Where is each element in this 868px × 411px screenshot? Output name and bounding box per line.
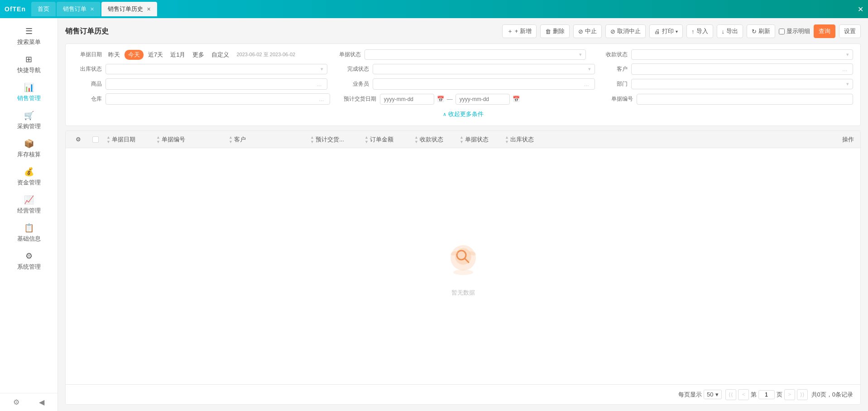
finance-icon: 💰 xyxy=(24,167,34,177)
current-page-input[interactable] xyxy=(758,390,775,399)
settings-button[interactable]: 设置 xyxy=(839,24,861,38)
last-page-btn[interactable]: ⟩⟩ xyxy=(797,389,808,400)
cancel-stop-button[interactable]: ⊘ 取消中止 xyxy=(605,24,646,38)
sidebar-item-search[interactable]: ☰ 搜索菜单 xyxy=(0,22,58,50)
warehouse-dots-btn[interactable]: ... xyxy=(317,96,326,102)
department-select[interactable]: ▾ xyxy=(631,79,853,89)
tab-sales-order-close[interactable]: ✕ xyxy=(90,6,94,12)
bill-status-select[interactable]: ▾ xyxy=(364,49,586,60)
new-button[interactable]: ＋ + 新增 xyxy=(502,24,537,38)
sidebar-item-sales-label: 销售管理 xyxy=(17,94,41,102)
shortcuts-icon: ⊞ xyxy=(24,54,34,64)
sidebar-item-sales[interactable]: 📊 销售管理 xyxy=(0,78,58,106)
sort-bill-status-icon: ▲▼ xyxy=(460,135,464,144)
date-7days-btn[interactable]: 近7天 xyxy=(145,50,166,60)
delivery-date-to-calendar-icon[interactable]: 📅 xyxy=(513,96,520,102)
print-button[interactable]: 🖨 打印 ▾ xyxy=(649,24,683,38)
sidebar-item-inventory-label: 库存核算 xyxy=(17,150,41,159)
filter-row-1: 单据日期 昨天 今天 近7天 近1月 更多 自定义 2023-06-02 至 2… xyxy=(73,49,853,60)
sidebar-item-operations[interactable]: 📈 经营管理 xyxy=(0,190,58,218)
sort-delivery-icon: ▲▼ xyxy=(310,135,314,144)
tab-sales-history[interactable]: 销售订单历史 ✕ xyxy=(101,2,157,16)
th-bill-no[interactable]: ▲▼ 单据编号 xyxy=(153,135,226,144)
page-title: 销售订单历史 xyxy=(65,27,109,36)
warehouse-label: 仓库 xyxy=(73,95,106,103)
sort-up-icon: ▲▼ xyxy=(106,135,110,144)
sidebar-item-shortcuts-label: 快捷导航 xyxy=(17,66,41,74)
collapse-label: 收起更多条件 xyxy=(448,110,484,118)
th-stock-status-label: 出库状态 xyxy=(510,135,534,144)
print-icon: 🖨 xyxy=(654,28,660,35)
th-delivery[interactable]: ▲▼ 预计交货... xyxy=(307,135,362,144)
sidebar-item-finance[interactable]: 💰 资金管理 xyxy=(0,162,58,190)
th-stock-status[interactable]: ▲▼ 出库状态 xyxy=(502,135,556,144)
delivery-date-label: 预计交货日期 xyxy=(339,95,380,103)
th-bill-status[interactable]: ▲▼ 单据状态 xyxy=(457,135,502,144)
tab-sales-order[interactable]: 销售订单 ✕ xyxy=(57,2,101,16)
sidebar-settings-icon[interactable]: ⚙ xyxy=(13,398,19,406)
import-label: 导入 xyxy=(696,27,708,35)
delivery-date-from-calendar-icon[interactable]: 📅 xyxy=(437,96,444,102)
th-checkbox[interactable] xyxy=(87,136,104,143)
goods-dots-btn[interactable]: ... xyxy=(315,81,323,87)
sidebar-item-purchase-label: 采购管理 xyxy=(17,122,41,131)
salesperson-dots-btn[interactable]: ... xyxy=(582,81,591,87)
settings-label: 设置 xyxy=(844,27,856,35)
new-label: + 新增 xyxy=(515,27,532,35)
operations-icon: 📈 xyxy=(24,195,34,205)
customer-dots-btn[interactable]: ... xyxy=(840,66,849,73)
date-yesterday-btn[interactable]: 昨天 xyxy=(106,50,123,60)
sidebar-item-system-label: 系统管理 xyxy=(17,263,41,271)
collapse-btn[interactable]: ∧ 收起更多条件 xyxy=(73,108,853,120)
date-1month-btn[interactable]: 近1月 xyxy=(168,50,188,60)
th-amount[interactable]: ▲▼ 订单金额 xyxy=(362,135,412,144)
refresh-label: 刷新 xyxy=(758,27,770,35)
delivery-date-to-input[interactable] xyxy=(456,94,510,105)
tab-home[interactable]: 首页 xyxy=(31,2,56,16)
th-operation-label: 操作 xyxy=(842,135,854,144)
complete-status-select[interactable]: ▾ xyxy=(373,64,595,74)
first-page-btn[interactable]: ⟨⟨ xyxy=(725,389,736,400)
department-label: 部门 xyxy=(604,80,631,88)
top-bar-right: ✕ xyxy=(858,5,863,14)
display-detail-checkbox[interactable]: 显示明细 xyxy=(779,27,810,35)
delete-button[interactable]: 🗑 删除 xyxy=(540,24,570,38)
stop-button[interactable]: ⊘ 中止 xyxy=(573,24,602,38)
page-nav: ⟨⟨ ＜ 第 页 ＞ ⟩⟩ xyxy=(725,389,808,400)
display-detail-input[interactable] xyxy=(779,29,785,34)
sidebar-item-shortcuts[interactable]: ⊞ 快捷导航 xyxy=(0,50,58,78)
th-operation: 操作 xyxy=(556,135,857,144)
filter-row-3: 商品 ... 业务员 ... 部门 ▾ xyxy=(73,78,853,90)
page-size-box[interactable]: 50 ▾ xyxy=(704,390,721,399)
date-custom-btn[interactable]: 自定义 xyxy=(209,50,232,60)
date-more-btn[interactable]: 更多 xyxy=(190,50,207,60)
next-page-btn[interactable]: ＞ xyxy=(784,389,795,400)
sidebar-collapse-icon[interactable]: ◀ xyxy=(39,398,44,406)
th-date[interactable]: ▲▼ 单据日期 xyxy=(104,135,153,144)
sidebar-item-basics[interactable]: 📋 基础信息 xyxy=(0,218,58,247)
window-close-icon[interactable]: ✕ xyxy=(858,5,863,14)
payment-status-select[interactable]: ▾ xyxy=(631,49,853,60)
main-layout: ☰ 搜索菜单 ⊞ 快捷导航 📊 销售管理 🛒 采购管理 📦 库存核算 💰 资金管… xyxy=(0,18,868,411)
th-payment-status[interactable]: ▲▼ 收款状态 xyxy=(412,135,457,144)
prev-page-btn[interactable]: ＜ xyxy=(738,389,749,400)
settings-gear-icon[interactable]: ⚙ xyxy=(76,136,81,143)
select-all-checkbox[interactable] xyxy=(92,136,99,143)
delivery-date-from-input[interactable] xyxy=(380,94,434,105)
tab-sales-history-close[interactable]: ✕ xyxy=(147,6,151,12)
bill-no-input[interactable] xyxy=(637,94,853,105)
cancel-stop-icon: ⊘ xyxy=(610,28,615,35)
sidebar-bottom: ⚙ ◀ xyxy=(0,393,58,411)
sidebar-item-inventory[interactable]: 📦 库存核算 xyxy=(0,134,58,162)
th-customer[interactable]: ▲▼ 客户 xyxy=(226,135,307,144)
th-settings[interactable]: ⚙ xyxy=(69,136,87,143)
import-button[interactable]: ↑ 导入 xyxy=(686,24,713,38)
sidebar-item-system[interactable]: ⚙ 系统管理 xyxy=(0,247,58,275)
date-today-btn[interactable]: 今天 xyxy=(125,50,144,60)
stock-out-select[interactable]: ▾ xyxy=(106,64,327,74)
export-button[interactable]: ↓ 导出 xyxy=(717,24,743,38)
refresh-button[interactable]: ↻ 刷新 xyxy=(747,24,775,38)
refresh-icon: ↻ xyxy=(752,28,757,35)
sidebar-item-purchase[interactable]: 🛒 采购管理 xyxy=(0,106,58,134)
query-button[interactable]: 查询 xyxy=(814,24,835,38)
